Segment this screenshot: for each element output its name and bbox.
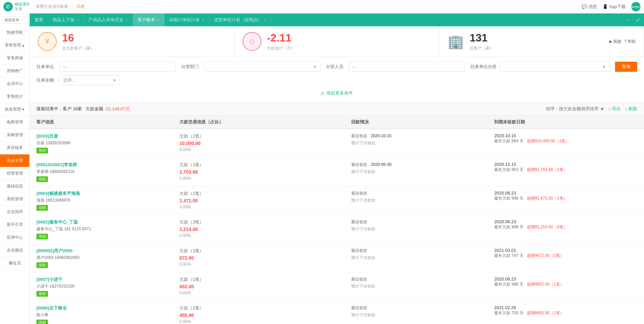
dept-select[interactable]: ▼ (204, 62, 320, 72)
customer-contact-1: 吕俊 13026203696 (36, 140, 179, 146)
sidebar-item-quick-nav[interactable]: 快捷导航 (0, 26, 29, 39)
sidebar-item-retail-stats[interactable]: 零售统计 (0, 90, 29, 103)
help-btn[interactable]: ? 帮助 (624, 39, 636, 45)
filter-dept: 分管部门 ▼ (181, 62, 320, 72)
customer-tag-1: 现销 (36, 148, 48, 153)
sidebar-item-app-center[interactable]: 应用中心 (0, 231, 29, 244)
sort-arrow-icon: ▼ (600, 107, 604, 112)
debt-info-4: 欠款（3笔） 1,214.00 0.00% (179, 219, 351, 238)
refresh-btn[interactable]: ○ 刷新 (625, 106, 637, 112)
sidebar-item-ops[interactable]: 经营管理 (0, 167, 29, 180)
from-unit-label: 往来单位 (36, 64, 57, 70)
filter-balance: 往来余额 选择... ▼ (36, 75, 637, 85)
tab-import-stats[interactable]: 进货单统计表（按商品） × (209, 13, 271, 26)
stat-total-customers-info: 131 总客户（家） (470, 32, 604, 51)
tab-product-listing[interactable]: 商品上下架 × (48, 13, 84, 26)
maximize-btn[interactable]: ⤢ (634, 16, 641, 25)
video-btn[interactable]: ▶ 视频 (609, 39, 621, 45)
export-btn[interactable]: ○ 导出 (608, 106, 621, 112)
customer-name-3[interactable]: [0003]畅捷服务尹海燕 (36, 190, 179, 197)
tab-home[interactable]: 首页 (30, 13, 48, 26)
query-button[interactable]: 查询 (615, 62, 637, 72)
avatar: demo2 (631, 2, 641, 11)
sidebar-item-finance[interactable]: 资金管理 (0, 154, 29, 167)
sidebar-item-batch-mgmt[interactable]: 批发管理 ▼ (0, 103, 29, 116)
collapse-label: 收起更多条件 (327, 90, 353, 96)
date-info-5: 2021.03.01 最长欠款 747 天 超期¥672.00（1笔） (494, 248, 637, 259)
play-icon: ▶ (609, 39, 612, 44)
sidebar-item-member-center[interactable]: 会员中心 (0, 78, 29, 90)
person-dots: ··· (353, 64, 356, 69)
balance-label: 往来余额 (36, 77, 57, 83)
debt-info-6: 欠款（1笔） 652.00 0.00% (179, 276, 351, 295)
customer-name-5[interactable]: [000002]用户2050 (36, 248, 179, 254)
customer-info-2: [0001020001]李老师 李老师 18600391516 现销 (36, 162, 179, 182)
tab-customer-account[interactable]: 客户账本 × (133, 13, 164, 26)
phone-icon: 📱 (603, 4, 608, 9)
close-icon-5[interactable]: × (264, 18, 266, 22)
search-input[interactable] (2, 16, 27, 24)
sidebar-item-system[interactable]: 系统管理 (0, 193, 29, 206)
homepage-link[interactable]: 示意 (77, 4, 85, 9)
sidebar-item-wechat[interactable]: 企业微信 (0, 244, 29, 257)
person-input[interactable]: ··· (349, 62, 465, 72)
customer-name-2[interactable]: [0001020001]李老师 (36, 162, 179, 168)
sidebar-item-basic[interactable]: 基础信息 (0, 180, 29, 193)
date-info-1: 2020.10.15 最长欠款 884 天 超期¥10,000.00（1笔） (494, 133, 637, 144)
unit-type-select[interactable]: ▼ (499, 62, 610, 72)
customer-name-4[interactable]: [0002]服务中心_丁磊 (36, 219, 179, 225)
customer-info-3: [0003]畅捷服务尹海燕 海燕 18513066976 现销 (36, 190, 179, 211)
chevron-down-icon-2: ▼ (22, 108, 25, 111)
sidebar-search-area (0, 13, 29, 26)
table-row: [000002]用户2050 用户2050 18665062050 现销 欠款（… (30, 244, 644, 272)
sidebar-item-retail-mgmt[interactable]: 零售管理 ▲ (0, 39, 29, 52)
sidebar-item-ecomm[interactable]: 电商管理 (0, 116, 29, 129)
app-download-btn[interactable]: 📱 App下载 (603, 4, 626, 10)
table-row: [0006]去下粮仓 陈小希 现销 欠款（1笔） 455.90 0.00% 最近… (30, 301, 644, 324)
minimize-btn[interactable]: － (625, 15, 633, 25)
col-header-customer: 客户信息 (36, 119, 179, 125)
return-info-1: 最近收款 2020-10-15 预计下次收款 (351, 133, 494, 146)
tab-bar: 首页 商品上下架 × 产成品入库单历史 × 客户账本 × 采购订单统计表 × (30, 13, 644, 26)
customer-name-7[interactable]: [0006]去下粮仓 (36, 305, 179, 311)
sidebar-item-marketing[interactable]: 营销推广 (0, 65, 29, 78)
help-icon: ? (624, 39, 626, 44)
chevron-down-icon: ▲ (22, 43, 25, 47)
close-icon-2[interactable]: × (125, 18, 128, 22)
balance-arrow-icon: ▼ (113, 78, 116, 82)
close-icon-3[interactable]: × (157, 18, 159, 22)
sidebar-item-inventory[interactable]: 库存核算 (0, 142, 29, 154)
sidebar-item-purchase[interactable]: 采购管理 (0, 129, 29, 142)
tab-production-history[interactable]: 产成品入库单历史 × (84, 13, 133, 26)
filter-person: 分管人员 ··· (326, 62, 465, 72)
sidebar-item-vip[interactable]: 畅会员 (0, 257, 29, 270)
sidebar-item-retail-mall[interactable]: 零售商城 (0, 52, 29, 65)
date-info-2: 2020.11.15 最长欠款 853 天 超期¥1,703.68（1笔） (494, 162, 637, 173)
sort-select[interactable]: 排序：按欠款金额倒序排序 ▼ (546, 106, 604, 112)
messages-btn[interactable]: 💬 消息 (582, 4, 597, 10)
filter-row-1: 往来单位 ··· 分管部门 ▼ (36, 62, 637, 72)
content-area: 首页 商品上下架 × 产成品入库单历史 × 客户账本 × 采购订单统计表 × (30, 13, 644, 324)
stat-debt-customers-info: 16 总欠款客户（家） (62, 32, 226, 51)
collapse-row[interactable]: ⋀ 收起更多条件 (36, 89, 637, 97)
customer-name-6[interactable]: [0007]小进干 (36, 276, 179, 283)
from-unit-input[interactable]: ··· (59, 62, 176, 72)
balance-select[interactable]: 选择... ▼ (59, 75, 120, 85)
customer-name-1[interactable]: [0016]吕俊 (36, 133, 179, 139)
close-icon[interactable]: × (77, 18, 79, 22)
tab-purchase-stats[interactable]: 采购订单统计表 × (164, 13, 209, 26)
user-menu[interactable]: demo2 (631, 2, 641, 11)
refresh-icon: ○ (625, 107, 627, 112)
stat-card-debt-total: ◇ -2.11 欠款合计（万） (234, 26, 439, 57)
customer-contact-6: 小进干 18279152100 (36, 284, 179, 289)
close-icon-4[interactable]: × (202, 18, 204, 22)
table-row: [0003]畅捷服务尹海燕 海燕 18513066976 现销 欠款（1笔） 1… (30, 186, 644, 215)
filter-row-2: 往来余额 选择... ▼ (36, 75, 637, 85)
sidebar-item-guide[interactable]: 新手引导 (0, 218, 29, 231)
search-results-text: 搜索结果中，客户 16家 欠款金额 -21,148.07元 (36, 106, 130, 112)
unit-type-label: 往来单位分类 (470, 64, 497, 70)
customer-contact-5: 用户2050 18665062050 (36, 255, 179, 261)
sidebar-item-enterprise[interactable]: 企业协同 (0, 206, 29, 218)
search-results-bar: 搜索结果中，客户 16家 欠款金额 -21,148.07元 排序：按欠款金额倒序… (30, 102, 644, 116)
debt-info-1: 欠款（1笔） 10,000.00 0.00% (179, 133, 351, 152)
